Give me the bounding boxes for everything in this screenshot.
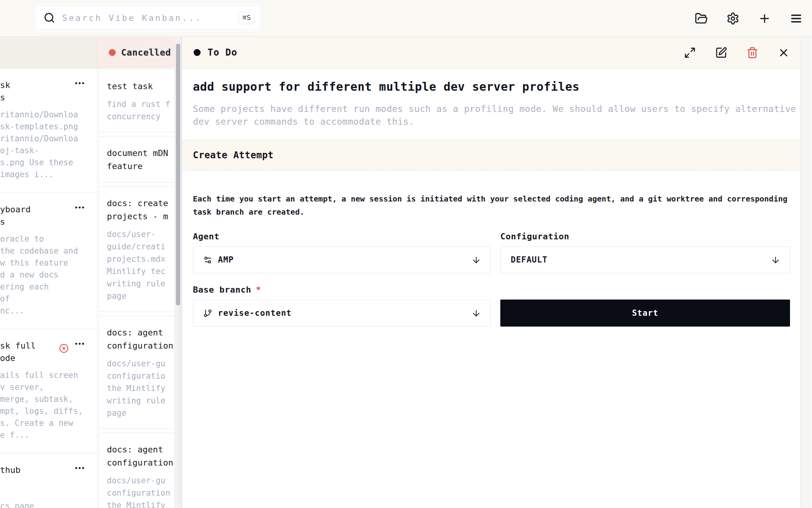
- arrow-down-icon: [471, 308, 481, 318]
- task-card[interactable]: thub cs page: [0, 453, 97, 508]
- card-description: oracle to the codebase and w this featur…: [0, 233, 97, 317]
- base-branch-label: Base branch*: [193, 285, 491, 295]
- menu-button[interactable]: [790, 12, 803, 25]
- card-title: test task: [107, 80, 181, 93]
- task-detail-panel: To Do a: [182, 37, 800, 508]
- configuration-select[interactable]: DEFAULT: [500, 246, 790, 273]
- card-description: ritannio/Downloa sk-templates.png ritann…: [0, 109, 97, 181]
- arrow-down-icon: [471, 255, 481, 265]
- card-description: find a rust f concurrency: [107, 98, 181, 123]
- task-card[interactable]: docs: agent configuration docs/user-gu c…: [99, 433, 182, 508]
- card-description: cs page: [0, 500, 97, 508]
- column-header-cancelled: Cancelled: [98, 37, 182, 68]
- search-shortcut-badge: ⌘S: [238, 11, 255, 24]
- expand-icon: [684, 47, 696, 59]
- edit-pencil-icon: [715, 47, 727, 59]
- column-header-left: [0, 37, 97, 68]
- delete-task-button[interactable]: [746, 47, 758, 59]
- card-title: thub: [0, 464, 97, 476]
- card-description: ails full screen v server, merge, subtas…: [0, 369, 97, 441]
- card-title: docs: agent configuration: [107, 443, 181, 469]
- kanban-column-cancelled: Cancelled test task find a rust f concur…: [98, 37, 182, 508]
- panel-actions: [684, 47, 790, 59]
- search-input[interactable]: [62, 13, 238, 23]
- start-attempt-button[interactable]: Start: [500, 300, 790, 327]
- agent-select[interactable]: AMP: [193, 246, 491, 273]
- add-task-button[interactable]: [758, 12, 771, 25]
- required-asterisk: *: [256, 285, 261, 295]
- cancelled-status-dot: [109, 49, 116, 56]
- task-card[interactable]: test task find a rust f concurrency: [99, 69, 182, 132]
- task-description: Some projects have different run modes s…: [193, 103, 790, 128]
- card-menu-icon[interactable]: [75, 343, 84, 345]
- create-attempt-heading: Create Attempt: [193, 150, 789, 161]
- open-folder-icon: [695, 12, 708, 25]
- task-card[interactable]: sk full ode ails full screen v server, m…: [0, 329, 97, 453]
- column-scrollbar[interactable]: [174, 37, 182, 508]
- panel-body: add support for different multiple dev s…: [182, 80, 800, 327]
- search-box[interactable]: ⌘S: [35, 5, 260, 30]
- topbar-actions: [695, 0, 803, 37]
- task-card[interactable]: yboard s oracle to the codebase and w th…: [0, 193, 97, 329]
- agent-sliders-icon: [203, 256, 212, 264]
- attempt-form-row-1: Agent AMP Configuration DEFAULT: [193, 232, 790, 273]
- arrow-down-icon: [771, 255, 780, 265]
- search-icon: [44, 12, 55, 24]
- task-card[interactable]: sk s ritannio/Downloa sk-templates.png r…: [0, 68, 97, 193]
- attempt-form-row-2: Base branch* revise-content Start: [193, 285, 790, 327]
- trash-icon: [746, 47, 758, 59]
- configuration-label: Configuration: [500, 232, 790, 241]
- task-card[interactable]: docs: create projects - m docs/user- gui…: [99, 186, 182, 312]
- kanban-column-left: sk s ritannio/Downloa sk-templates.png r…: [0, 37, 98, 508]
- agent-value: AMP: [218, 255, 234, 264]
- task-status-label: To Do: [208, 47, 237, 58]
- expand-button[interactable]: [684, 47, 696, 59]
- close-icon: [778, 47, 790, 59]
- card-menu-icon[interactable]: [75, 207, 84, 208]
- column-label: Cancelled: [121, 47, 171, 58]
- card-description: docs/user- guide/creati projects.mdx Min…: [107, 228, 181, 302]
- create-attempt-section-header: Create Attempt: [182, 140, 800, 171]
- task-card[interactable]: docs: agent configuration docs/user-gu c…: [99, 316, 182, 429]
- card-description: docs/user-gu configuration the Mintlify …: [107, 474, 181, 508]
- topbar: ⌘S: [0, 0, 812, 37]
- card-title: docs: agent configuration: [107, 326, 181, 352]
- panel-scrollbar-track[interactable]: [801, 37, 810, 508]
- close-panel-button[interactable]: [778, 47, 790, 59]
- attempt-info-text: Each time you start an attempt, a new se…: [193, 192, 790, 218]
- scrollbar-thumb[interactable]: [176, 44, 180, 305]
- settings-button[interactable]: [726, 12, 739, 25]
- settings-gear-icon: [726, 12, 739, 25]
- task-title: add support for different multiple dev s…: [193, 80, 790, 94]
- base-branch-field: Base branch* revise-content: [193, 285, 491, 327]
- agent-field: Agent AMP: [193, 232, 491, 273]
- configuration-value: DEFAULT: [511, 255, 548, 264]
- cancelled-circle-x-icon: [59, 344, 69, 353]
- card-title: document mDN feature: [107, 147, 181, 173]
- base-branch-select[interactable]: revise-content: [193, 300, 491, 327]
- card-description: docs/user-gu configuratio the Mintlify w…: [107, 357, 181, 419]
- task-card[interactable]: document mDN feature: [99, 136, 182, 183]
- card-menu-icon[interactable]: [75, 467, 84, 469]
- todo-status-dot: [194, 49, 201, 56]
- open-folder-button[interactable]: [695, 12, 708, 25]
- panel-header: To Do: [182, 37, 800, 69]
- card-title: docs: create projects - m: [107, 197, 181, 223]
- git-branch-icon: [203, 309, 212, 318]
- base-branch-value: revise-content: [218, 308, 292, 318]
- plus-icon: [758, 12, 771, 25]
- edit-task-button[interactable]: [715, 47, 727, 59]
- agent-label: Agent: [193, 232, 491, 241]
- menu-icon: [790, 12, 803, 25]
- configuration-field: Configuration DEFAULT: [500, 232, 790, 273]
- card-menu-icon[interactable]: [75, 82, 84, 84]
